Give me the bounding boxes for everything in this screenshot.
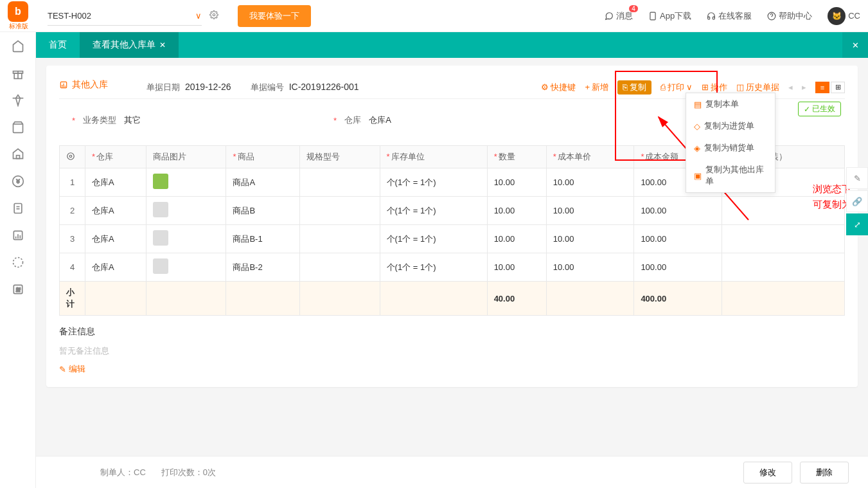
- edit-remarks-button[interactable]: ✎编辑: [59, 363, 845, 375]
- logo[interactable]: b 标准版: [8, 1, 28, 31]
- print-count-info: 打印次数：0次: [161, 467, 216, 478]
- grid-icon: ⊞: [702, 82, 709, 92]
- svg-text:新: 新: [15, 287, 20, 292]
- svg-point-0: [213, 14, 215, 16]
- biz-type-field: *业务类型 其它: [72, 114, 141, 126]
- warehouse-field: *仓库 仓库A: [333, 114, 391, 126]
- svg-rect-1: [650, 12, 655, 20]
- col-image: 商品图片: [146, 146, 226, 168]
- col-price: *成本单价: [546, 146, 634, 168]
- document-icon: ▤: [694, 100, 702, 109]
- print-button[interactable]: ⎙打印∨: [660, 82, 693, 93]
- table-row[interactable]: 3 仓库A 商品B-1 个(1个 = 1个) 10.00 10.00 100.0…: [60, 225, 845, 253]
- history-button[interactable]: ◫历史单据: [736, 82, 779, 93]
- table-gear-header[interactable]: [60, 146, 85, 168]
- copy-other-out-item[interactable]: ▣复制为其他出库单: [686, 159, 775, 192]
- plus-icon: +: [585, 82, 590, 92]
- edit-icon: ✎: [59, 365, 66, 374]
- diamond-icon[interactable]: [12, 94, 24, 107]
- bag-icon[interactable]: [12, 121, 24, 134]
- messages-link[interactable]: 消息 4: [605, 10, 633, 22]
- export-icon: ▣: [694, 171, 702, 181]
- col-spec: 规格型号: [300, 146, 380, 168]
- print-icon: ⎙: [660, 82, 666, 92]
- new-icon[interactable]: 新: [12, 283, 24, 296]
- user-menu[interactable]: 🐱 CC: [828, 7, 860, 25]
- chevron-down-icon: ∨: [686, 82, 693, 92]
- add-button[interactable]: +新增: [585, 82, 608, 93]
- box-icon: ◇: [694, 122, 700, 131]
- refresh-icon[interactable]: [12, 256, 24, 269]
- view-grid-button[interactable]: ⊞: [831, 82, 845, 93]
- svg-point-21: [67, 152, 75, 159]
- status-badge: ✓已生效: [798, 102, 841, 116]
- delete-button[interactable]: 删除: [800, 462, 849, 483]
- operate-button[interactable]: ⊞操作: [702, 82, 727, 93]
- gear-icon: ⚙: [541, 82, 549, 92]
- home-icon[interactable]: [12, 40, 24, 53]
- download-link[interactable]: App下载: [648, 10, 691, 22]
- dock-note-icon[interactable]: ✎: [846, 167, 868, 189]
- gift-icon[interactable]: [12, 67, 24, 80]
- col-product: *商品: [226, 146, 300, 168]
- left-nav: ¥ 新: [0, 32, 36, 488]
- clipboard-icon[interactable]: [12, 202, 24, 215]
- page-title: 其他入库: [59, 79, 108, 96]
- view-list-button[interactable]: ≡: [815, 82, 829, 93]
- svg-text:¥: ¥: [15, 178, 19, 185]
- dock-link-icon[interactable]: 🔗: [846, 190, 868, 212]
- table-row[interactable]: 4 仓库A 商品B-2 个(1个 = 1个) 10.00 10.00 100.0…: [60, 253, 845, 282]
- creator-info: 制单人：CC: [100, 467, 146, 478]
- col-qty: *数量: [487, 146, 546, 168]
- subtotal-row: 小计 40.00 400.00: [60, 282, 845, 316]
- top-header: b 标准版 TEST-H002 ∨ 我要体验一下 消息 4 App下载 在线客服…: [0, 0, 868, 32]
- check-icon: ✓: [804, 105, 810, 114]
- dock-expand-icon[interactable]: ⤢: [846, 213, 868, 235]
- copy-dropdown: ▤复制本单 ◇复制为进货单 ◈复制为销货单 ▣复制为其他出库单: [686, 93, 775, 193]
- house-icon[interactable]: [12, 148, 24, 161]
- report-icon[interactable]: [12, 229, 24, 242]
- doc-code: 单据编号IC-20191226-001: [251, 82, 359, 93]
- tag-icon: ◈: [694, 143, 700, 153]
- col-unit: *库存单位: [380, 146, 487, 168]
- tab-current[interactable]: 查看其他入库单 ✕: [80, 32, 179, 58]
- col-warehouse: *仓库: [85, 146, 146, 168]
- avatar: 🐱: [828, 7, 846, 25]
- prev-button[interactable]: ◂: [788, 82, 793, 92]
- logo-sub-label: 标准版: [9, 22, 28, 31]
- remarks-title: 备注信息: [59, 326, 845, 338]
- gear-icon[interactable]: [209, 10, 218, 21]
- next-button[interactable]: ▸: [802, 82, 806, 92]
- tabs-bar: 首页 查看其他入库单 ✕ ✕: [36, 32, 868, 58]
- right-dock: ✎ 🔗 ⤢: [846, 167, 868, 235]
- service-link[interactable]: 在线客服: [707, 10, 752, 22]
- store-selector[interactable]: TEST-H002 ∨: [48, 6, 202, 26]
- help-link[interactable]: 帮助中心: [767, 10, 812, 22]
- footer: 制单人：CC 打印次数：0次 修改 删除: [36, 456, 868, 488]
- modify-button[interactable]: 修改: [743, 462, 792, 483]
- svg-rect-9: [16, 156, 19, 159]
- copy-purchase-item[interactable]: ◇复制为进货单: [686, 115, 775, 137]
- messages-badge: 4: [629, 5, 638, 12]
- copy-this-item[interactable]: ▤复制本单: [686, 93, 775, 115]
- product-image: [153, 258, 168, 274]
- table-row[interactable]: 2 仓库A 商品B 个(1个 = 1个) 10.00 10.00 100.00: [60, 197, 845, 225]
- copy-sales-item[interactable]: ◈复制为销货单: [686, 137, 775, 159]
- close-icon[interactable]: ✕: [159, 41, 166, 50]
- store-name: TEST-H002: [48, 11, 91, 21]
- product-image: [153, 174, 168, 189]
- chevron-down-icon: ∨: [195, 11, 202, 21]
- product-image: [153, 230, 168, 246]
- history-icon: ◫: [736, 82, 744, 92]
- copy-button[interactable]: ⎘复制: [617, 80, 651, 95]
- doc-date: 单据日期2019-12-26: [146, 82, 231, 93]
- close-all-tabs[interactable]: ✕: [842, 32, 868, 58]
- document-card: 其他入库 单据日期2019-12-26 单据编号IC-20191226-001 …: [46, 66, 858, 387]
- copy-icon: ⎘: [623, 82, 628, 92]
- experience-button[interactable]: 我要体验一下: [238, 5, 311, 27]
- shortcut-button[interactable]: ⚙快捷键: [541, 82, 576, 93]
- remarks-empty: 暂无备注信息: [59, 345, 845, 357]
- tab-home[interactable]: 首页: [36, 32, 80, 58]
- product-image: [153, 202, 168, 217]
- money-icon[interactable]: ¥: [12, 175, 24, 188]
